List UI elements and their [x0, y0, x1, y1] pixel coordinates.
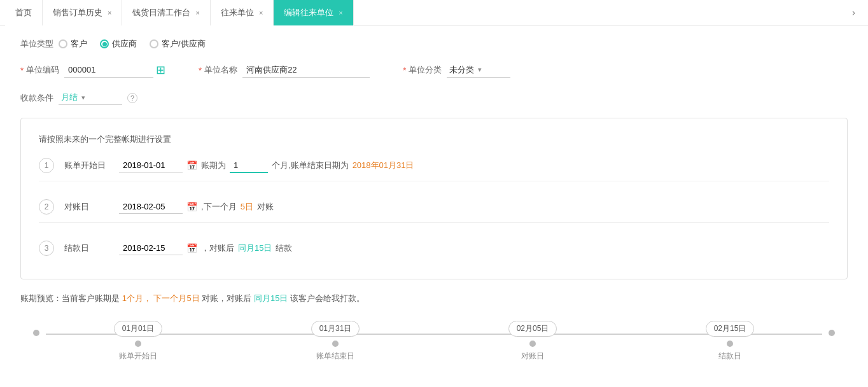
highlight-date-1: 2018年01月31日 [353, 160, 414, 171]
chevron-down-icon-payment: ▾ [81, 94, 85, 102]
field-label-1: 账单开始日 [64, 160, 109, 171]
tab-edit-partner-unit[interactable]: 编辑往来单位 × [274, 0, 353, 25]
timeline-label-1: 账单开始日 [119, 351, 157, 362]
preview-part5: 该客户会给我打款。 [290, 293, 365, 303]
calendar-icon-1[interactable]: 📅 [186, 160, 197, 171]
timeline-end-dot [829, 330, 835, 336]
settings-title: 请按照未来的一个完整帐期进行设置 [39, 134, 829, 145]
suffix-2: 对账 [257, 201, 274, 213]
unit-code-input[interactable] [64, 62, 153, 78]
timeline-dot-1 [135, 341, 141, 347]
payment-terms-label: 收款条件 [20, 92, 53, 104]
timeline-node-4: 02月15日 结款日 [697, 321, 762, 362]
setting-row-3: 3 结款日 📅 ，对账后 同月15日 结款 [39, 241, 829, 264]
step-3-num: 3 [39, 241, 54, 256]
unit-name-label: 单位名称 [204, 64, 237, 76]
suffix-prefix-3: ，对账后 [201, 243, 234, 254]
timeline-dot-4 [727, 341, 733, 347]
unit-info-row: * 单位编码 ⊞ * 单位名称 * 单位分类 未分类 ▾ [20, 62, 848, 78]
radio-both-label: 客户/供应商 [162, 38, 206, 50]
calendar-icon-2[interactable]: 📅 [186, 202, 197, 212]
timeline-pill-4: 02月15日 [706, 321, 755, 337]
unit-type-row: 单位类型 客户 供应商 客户/供应商 [20, 38, 848, 50]
period-input[interactable] [230, 158, 268, 173]
radio-customer-label: 客户 [71, 38, 87, 50]
setting-row-1: 1 账单开始日 📅 账期为 个月,账单结束日期为 2018年01月31日 [39, 158, 829, 181]
tab-home[interactable]: 首页 [5, 0, 43, 25]
preview-part1: 1个月， [122, 293, 151, 303]
radio-circle-both [150, 39, 158, 48]
timeline-dot-2 [332, 341, 339, 347]
timeline-node-3: 02月05日 对账日 [500, 321, 565, 362]
calendar-icon-3[interactable]: 📅 [186, 243, 197, 253]
payment-date-input[interactable] [119, 241, 183, 255]
chevron-down-icon: ▾ [478, 66, 482, 74]
unit-code-label: 单位编码 [26, 64, 59, 76]
timeline-start-dot [33, 330, 39, 336]
main-content: 单位类型 客户 供应商 客户/供应商 * 单位编码 [0, 25, 868, 387]
radio-customer[interactable]: 客户 [59, 38, 87, 50]
highlight-day-3: 同月15日 [238, 243, 272, 254]
radio-supplier-label: 供应商 [112, 38, 137, 50]
settings-box: 请按照未来的一个完整帐期进行设置 1 账单开始日 📅 账期为 个月,账单结束日期… [20, 118, 848, 279]
timeline-pill-1: 01月01日 [114, 321, 163, 337]
field-label-2: 对账日 [64, 201, 109, 213]
close-icon[interactable]: × [259, 9, 263, 17]
radio-supplier[interactable]: 供应商 [100, 38, 137, 50]
timeline-pill-3: 02月05日 [508, 321, 557, 337]
tabs-more-button[interactable]: › [844, 7, 863, 18]
required-star-code: * [20, 66, 24, 75]
tab-cash-work[interactable]: 钱货日清工作台 × [122, 0, 210, 25]
unit-category-select[interactable]: 未分类 ▾ [447, 63, 510, 78]
preview-label: 账期预览：当前客户账期是 [20, 293, 120, 303]
tab-partner-unit[interactable]: 往来单位 × [211, 0, 274, 25]
highlight-day-2: 5日 [241, 201, 253, 213]
radio-circle-supplier [100, 39, 109, 48]
timeline-label-3: 对账日 [521, 351, 544, 362]
unit-type-label: 单位类型 [20, 38, 53, 50]
unit-category-label: 单位分类 [409, 64, 442, 76]
unit-category-value: 未分类 [449, 64, 474, 76]
timeline-left-dot-wrapper [33, 321, 39, 336]
timeline-nodes: 01月01日 账单开始日 01月31日 账单结束日 02月05日 对账日 [33, 321, 835, 362]
close-icon[interactable]: × [108, 9, 111, 17]
preview-section: 账期预览：当前客户账期是 1个月， 下一个月5日 对账，对账后 同月15日 该客… [20, 292, 848, 306]
timeline-container: 01月01日 账单开始日 01月31日 账单结束日 02月05日 对账日 [20, 321, 848, 362]
radio-circle-customer [59, 39, 67, 48]
preview-part2: 下一个月5日 [153, 293, 199, 303]
timeline-right-dot-wrapper [829, 321, 835, 336]
preview-part3: 对账，对账后 [202, 293, 251, 303]
help-icon[interactable]: ? [127, 93, 137, 103]
reconcile-date-input[interactable] [119, 200, 183, 214]
copy-icon[interactable]: ⊞ [156, 63, 165, 77]
unit-name-group: * 单位名称 [199, 62, 370, 78]
timeline-node-1: 01月01日 账单开始日 [105, 321, 171, 362]
required-star-name: * [199, 66, 202, 75]
timeline-dot-3 [529, 341, 536, 347]
close-icon[interactable]: × [195, 9, 199, 17]
timeline-label-2: 账单结束日 [316, 351, 354, 362]
timeline-node-2: 01月31日 账单结束日 [302, 321, 368, 362]
tabs-bar: 首页 销售订单历史 × 钱货日清工作台 × 往来单位 × 编辑往来单位 × › [0, 0, 868, 25]
unit-name-input[interactable] [242, 62, 370, 78]
start-date-input[interactable] [119, 158, 183, 172]
unit-type-group: 单位类型 客户 供应商 客户/供应商 [20, 38, 206, 50]
required-star-cat: * [403, 66, 406, 75]
unit-code-group: * 单位编码 ⊞ [20, 62, 165, 78]
preview-part4: 同月15日 [254, 293, 288, 303]
radio-both[interactable]: 客户/供应商 [150, 38, 206, 50]
timeline-label-4: 结款日 [718, 351, 741, 362]
radio-group-unit-type: 客户 供应商 客户/供应商 [59, 38, 206, 50]
suffix-prefix-2: ,下一个月 [201, 201, 237, 213]
step-1-num: 1 [39, 158, 54, 173]
setting-row-2: 2 对账日 📅 ,下一个月 5日 对账 [39, 199, 829, 223]
suffix-3: 结款 [276, 243, 292, 254]
timeline-pill-2: 01月31日 [311, 321, 360, 337]
tab-sales-order-history[interactable]: 销售订单历史 × [43, 0, 122, 25]
suffix-1: 个月,账单结束日期为 [272, 160, 349, 171]
payment-terms-select[interactable]: 月结 ▾ [59, 90, 122, 105]
step-2-num: 2 [39, 199, 54, 215]
mid-label-1: 账期为 [201, 160, 226, 171]
payment-terms-group: 收款条件 月结 ▾ ? [20, 90, 137, 105]
close-icon-active[interactable]: × [339, 9, 342, 17]
